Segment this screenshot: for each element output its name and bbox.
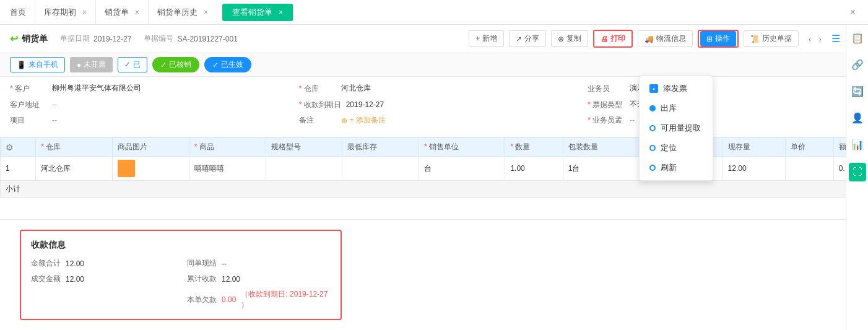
warehouse-value: 河北仓库: [341, 83, 371, 94]
operations-dropdown: ▪ 添发票 出库 可用量提取 定位 刷新: [639, 76, 713, 181]
form-row-3: 项目 -- 备注 ⊕ + 添加备注 业务员孟 --: [10, 115, 858, 126]
add-invoice-item[interactable]: ▪ 添发票: [640, 79, 713, 98]
form-section: 客户 柳州粤港平安气体有限公司 仓库 河北仓库 业务员 演示账号 客户地址 --…: [0, 77, 868, 137]
doc-actions: + 新增 ↗ 分享 ⊕ 复制 🖨 打印 🚚 物流信息 ⊞ 操作: [469, 30, 858, 48]
refresh-item[interactable]: 刷新: [640, 158, 713, 178]
tab-close-sales-order[interactable]: ×: [135, 8, 139, 17]
col-pack-qty: 包装数量: [563, 138, 640, 157]
cell-product: 嘻嘻嘻嘻: [189, 157, 266, 181]
subtotal-label: 小计: [1, 181, 868, 198]
list-view-icon[interactable]: ☰: [829, 32, 843, 46]
new-button[interactable]: + 新增: [469, 30, 503, 47]
cell-sales-unit: 台: [419, 157, 505, 181]
project-field: 项目 --: [10, 115, 280, 126]
add-note-icon: ⊕: [341, 116, 347, 125]
next-arrow[interactable]: ›: [816, 33, 824, 45]
doc-type-icon: ↩: [10, 33, 18, 45]
tab-close-sales-history[interactable]: ×: [204, 8, 208, 17]
outbound-item[interactable]: 出库: [640, 98, 713, 118]
tab-close-view-sales[interactable]: ×: [279, 8, 283, 17]
customer-value: 柳州粤港平安气体有限公司: [52, 83, 141, 94]
tab-inventory-init[interactable]: 库存期初 ×: [35, 0, 96, 25]
same-order-settlement-value: --: [222, 259, 227, 268]
tab-home[interactable]: 首页: [6, 0, 35, 25]
cumulative-payment-value: 12.00: [222, 275, 240, 284]
settings-icon[interactable]: ⚙: [6, 142, 14, 152]
project-label: 项目: [10, 115, 47, 126]
from-phone-button[interactable]: 📱 来自手机: [10, 57, 65, 72]
cell-unit-price: [785, 157, 833, 181]
available-qty-item[interactable]: 可用量提取: [640, 118, 713, 138]
cell-stock: 12.00: [723, 157, 785, 181]
col-stock: 现存量: [723, 138, 785, 157]
order-debt-value: 0.00: [222, 295, 236, 304]
share-button[interactable]: ↗ 分享: [509, 30, 546, 47]
employee-field: 业务员 演示账号: [588, 83, 858, 94]
employee-label: 业务员: [588, 84, 625, 94]
effective-button[interactable]: ✓ 已生效: [204, 57, 251, 72]
sidebar-icon-1[interactable]: 📋: [849, 30, 866, 46]
logistics-button[interactable]: 🚚 物流信息: [638, 30, 693, 47]
tab-sales-history[interactable]: 销货单历史 ×: [149, 0, 217, 25]
available-qty-icon: [649, 125, 656, 131]
note-field: 备注 ⊕ + 添加备注: [299, 115, 570, 126]
payment-date-label: 收款到期日: [299, 100, 341, 110]
check-button[interactable]: ✓ 已: [118, 57, 147, 72]
print-button[interactable]: 🖨 打印: [593, 30, 633, 48]
form-row-1: 客户 柳州粤港平安气体有限公司 仓库 河北仓库 业务员 演示账号: [10, 83, 858, 94]
print-icon: 🖨: [601, 35, 608, 43]
cell-warehouse: 河北仓库: [36, 157, 113, 181]
copy-button[interactable]: ⊕ 复制: [551, 30, 588, 47]
main-content: ↩ 销货单 单据日期 2019-12-27 单据编号 SA-20191227-0…: [0, 25, 868, 330]
ticket-type-field: 票据类型 不开票: [588, 99, 858, 110]
operations-button[interactable]: ⊞ 操作: [700, 31, 736, 46]
note-label: 备注: [299, 115, 336, 126]
locate-item[interactable]: 定位: [640, 138, 713, 158]
sidebar-icon-5[interactable]: 📊: [849, 136, 866, 153]
same-order-settlement-item: 同单现结 --: [187, 258, 331, 269]
doc-number-field: 单据编号 SA-20191227-001: [144, 33, 237, 44]
tab-close-button[interactable]: ×: [844, 7, 862, 18]
doc-number-value: SA-20191227-001: [177, 35, 237, 43]
product-thumbnail: [118, 160, 135, 177]
sidebar-icon-4[interactable]: 👤: [849, 110, 866, 126]
verified-icon: ✓: [160, 61, 167, 69]
cell-product-image: [112, 157, 189, 181]
doc-meta: 单据日期 2019-12-27 单据编号 SA-20191227-001: [60, 33, 238, 44]
doc-title: ↩ 销货单: [10, 33, 48, 45]
biz-employee-value: --: [630, 116, 635, 125]
cell-spec: [266, 157, 342, 181]
payment-box: 收款信息 金额合计 12.00 同单现结 -- 成交金额 12.00 累计收款 …: [20, 230, 342, 320]
cumulative-payment-item: 累计收款 12.00: [187, 274, 331, 284]
history-icon: 📜: [750, 35, 760, 43]
outbound-icon: [649, 105, 656, 111]
sidebar-icon-2[interactable]: 🔗: [849, 56, 866, 73]
project-value: --: [52, 116, 57, 125]
add-note-button[interactable]: ⊕ + 添加备注: [341, 115, 386, 126]
col-spec: 规格型号: [266, 138, 342, 157]
col-quantity: 数量: [505, 138, 563, 157]
product-table-container: ⚙ 仓库 商品图片 商品 规格型号 最低库存 销售单位 数量 包装数量 可用量 …: [0, 137, 868, 220]
sidebar-icon-3[interactable]: 🔄: [849, 83, 866, 100]
prev-arrow[interactable]: ‹: [806, 33, 814, 45]
tab-sales-order[interactable]: 销货单 ×: [96, 0, 149, 25]
sidebar-icon-expand[interactable]: ⛶: [849, 163, 866, 181]
cell-quantity: 1.00: [505, 157, 563, 181]
verified-button[interactable]: ✓ 已核销: [152, 57, 199, 72]
payment-info-section: 收款信息 金额合计 12.00 同单现结 -- 成交金额 12.00 累计收款 …: [0, 220, 868, 330]
not-open-button[interactable]: ● 未开票: [70, 57, 113, 72]
deal-amount-item: 成交金额 12.00: [31, 274, 175, 284]
customer-field: 客户 柳州粤港平安气体有限公司: [10, 83, 280, 94]
doc-type-label: 销货单: [22, 33, 48, 45]
payment-date-field: 收款到期日 2019-12-27: [299, 100, 570, 110]
table-row: 1 河北仓库 嘻嘻嘻嘻 台 1.00 1台 12.00 0.: [1, 157, 868, 181]
form-row-2: 客户地址 -- 收款到期日 2019-12-27 票据类型 不开票: [10, 99, 858, 110]
share-icon: ↗: [516, 35, 522, 43]
table-header-row: ⚙ 仓库 商品图片 商品 规格型号 最低库存 销售单位 数量 包装数量 可用量 …: [1, 138, 868, 157]
history-button[interactable]: 📜 历史单据: [744, 30, 799, 47]
tab-view-sales[interactable]: 查看销货单 ×: [222, 4, 293, 21]
order-debt-item: 本单欠款 0.00 （收款到期日: 2019-12-27 ）: [187, 289, 331, 310]
tab-close-inventory-init[interactable]: ×: [82, 8, 87, 17]
warehouse-label: 仓库: [299, 84, 336, 94]
biz-employee-field: 业务员孟 --: [588, 115, 858, 126]
